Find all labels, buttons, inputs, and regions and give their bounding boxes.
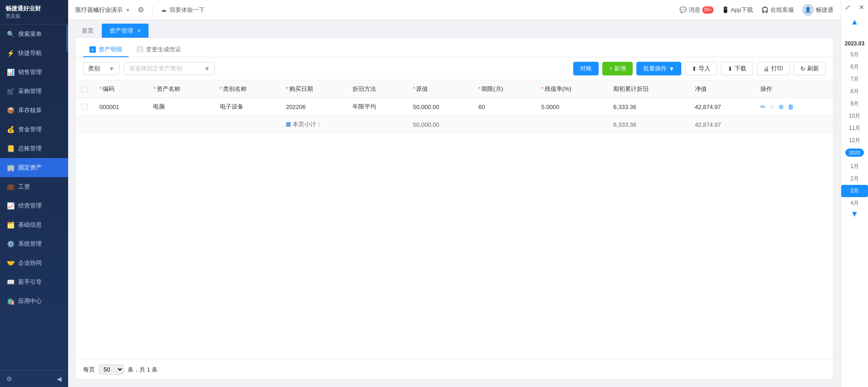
row-checkbox[interactable] (81, 104, 88, 110)
sidebar-label-payroll: 工资 (18, 183, 30, 191)
category-input[interactable]: 请选择固定资产类别 ▼ (124, 62, 215, 75)
sidebar-item-basic[interactable]: 🗂️ 基础信息 (0, 215, 68, 234)
table-row: 000001 电脑 电子设备 202206 年限平均 50,000.00 60 … (76, 98, 833, 116)
tab-home[interactable]: 首页 (75, 24, 100, 38)
select-all-checkbox[interactable] (81, 86, 88, 92)
scroll-up-icon[interactable]: ▲ (851, 17, 859, 27)
th-period: *期限(月) (473, 80, 536, 98)
experience-btn[interactable]: ☁ 我要体验一下 (161, 6, 205, 14)
month-1[interactable]: 1月 (841, 160, 868, 173)
toolbar-right: 对账 + 新增 批量操作 ▼ ⬆ 导入 ⬇ 下载 🖨 (573, 62, 826, 75)
sidebar-item-search[interactable]: 🔍 搜索菜单 (0, 25, 68, 44)
company-selector[interactable]: 医疗器械行业演示 ▼ (75, 6, 130, 14)
category-filter[interactable]: 类别 ▼ (83, 62, 119, 75)
panel-close-icon[interactable]: ✕ (859, 4, 864, 11)
th-residual-rate: *残值率(%) (536, 80, 608, 98)
messages-btn[interactable]: 💬 消息 99+ (680, 6, 714, 14)
current-year-months: 1月 2月 3月 4月 (841, 160, 868, 209)
print-btn[interactable]: 🖨 打印 (757, 62, 790, 75)
current-year-badge[interactable]: 2023 (845, 149, 863, 157)
sidebar-item-sales[interactable]: 📊 销售管理 (0, 63, 68, 82)
month-10[interactable]: 10月 (841, 110, 868, 122)
topbar: 医疗器械行业演示 ▼ ⚙ ☁ 我要体验一下 💬 消息 99+ 📱 App下载 🎧… (68, 0, 841, 20)
tab-assets[interactable]: 资产管理 × (102, 24, 149, 38)
sidebar-label-ledger: 总账管理 (18, 144, 42, 153)
panel-expand-icon[interactable]: ⤢ (845, 4, 850, 11)
cooperation-icon: 🤝 (6, 259, 15, 267)
month-6[interactable]: 6月 (841, 61, 868, 73)
sidebar-label-operations: 经营管理 (18, 202, 42, 210)
table-header-row: *编码 *资产名称 *类别名称 *购买日期 折旧方法 *原值 *期限(月) *残… (76, 80, 833, 98)
month-7[interactable]: 7月 (841, 73, 868, 85)
subtotal-text: 本页小计： (293, 120, 322, 129)
sidebar-item-payroll[interactable]: 💼 工资 (0, 177, 68, 196)
batch-arrow-icon: ▼ (669, 65, 675, 72)
sidebar-item-appstore[interactable]: 🛍️ 应用中心 (0, 292, 68, 311)
subtotal-net-value: 42,874.97 (689, 116, 755, 134)
online-service-btn[interactable]: 🎧 在线客服 (761, 6, 794, 14)
reconcile-btn[interactable]: 对账 (573, 62, 599, 75)
app-download-btn[interactable]: 📱 App下载 (722, 6, 753, 14)
sidebar-item-funds[interactable]: 💰 资金管理 (0, 120, 68, 139)
sidebar-label-purchase: 采购管理 (18, 87, 42, 95)
topbar-divider (152, 5, 153, 15)
th-name: *资产名称 (148, 80, 214, 98)
guide-icon: 📖 (6, 278, 15, 286)
collapse-icon[interactable]: ◀ (57, 375, 62, 382)
sidebar-label-guide: 新手引导 (18, 278, 42, 286)
print-label: 打印 (771, 64, 783, 73)
month-8[interactable]: 8月 (841, 85, 868, 98)
sidebar-label-search: 搜索菜单 (18, 30, 42, 38)
sidebar-item-ledger[interactable]: 📒 总账管理 (0, 139, 68, 158)
sub-tab-asset-detail-label: 资产明细 (99, 45, 122, 54)
sub-tab-asset-detail[interactable]: ≡ 资产明细 (83, 43, 129, 57)
sidebar-item-quicknav[interactable]: ⚡ 快捷导航 (0, 44, 68, 63)
pagination: 每页 50 10 20 100 条，共 1 条 (76, 359, 833, 379)
sidebar-item-operations[interactable]: 📈 经营管理 (0, 196, 68, 215)
sidebar-item-assets[interactable]: 🏢 固定资产 (0, 158, 68, 177)
month-3[interactable]: 3月 (841, 185, 868, 197)
month-5[interactable]: 5月 (841, 49, 868, 61)
sidebar-item-purchase[interactable]: 🛒 采购管理 (0, 82, 68, 101)
app-logo: 畅捷通好业财 普及版 (0, 0, 68, 25)
import-btn[interactable]: ⬆ 导入 (685, 62, 717, 75)
month-12[interactable]: 12月 (841, 134, 868, 147)
total-label: 条，共 1 条 (128, 366, 158, 374)
download-icon: ⬇ (728, 65, 733, 72)
refresh-btn[interactable]: ↻ 刷新 (794, 62, 826, 75)
month-4[interactable]: 4月 (841, 197, 868, 209)
month-11[interactable]: 11月 (841, 122, 868, 134)
row-residual-rate: 5.0000 (536, 98, 608, 116)
scroll-down-icon[interactable]: ▼ (851, 209, 859, 219)
user-avatar-btn[interactable]: 👤 畅捷通 (802, 4, 833, 16)
duplicate-btn[interactable]: ⊕ (779, 103, 784, 110)
download-btn[interactable]: ⬇ 下载 (721, 62, 753, 75)
new-btn[interactable]: + 新增 (602, 62, 633, 75)
sidebar-item-guide[interactable]: 📖 新手引导 (0, 273, 68, 292)
service-icon: 🎧 (761, 6, 769, 13)
sidebar-item-system[interactable]: ⚙️ 系统管理 (0, 234, 68, 253)
messages-badge: 99+ (702, 6, 714, 14)
category-filter-label: 类别 (88, 64, 100, 73)
table-container: *编码 *资产名称 *类别名称 *购买日期 折旧方法 *原值 *期限(月) *残… (76, 80, 833, 359)
month-9[interactable]: 9月 (841, 98, 868, 110)
sub-tabs: ≡ 资产明细 📄 变更生成凭证 (76, 38, 833, 57)
import-label: 导入 (699, 64, 710, 73)
sidebar-label-funds: 资金管理 (18, 125, 42, 134)
month-2[interactable]: 2月 (841, 173, 868, 185)
sidebar-item-cooperation[interactable]: 🤝 企业协同 (0, 253, 68, 273)
nav-icon: ⚡ (6, 50, 15, 57)
th-category: *类别名称 (214, 80, 281, 98)
delete-btn[interactable]: 🗑 (788, 103, 794, 110)
payroll-icon: 💼 (6, 183, 15, 190)
copy-btn[interactable]: ⊘ (769, 103, 775, 110)
company-dropdown-arrow: ▼ (125, 7, 130, 13)
batch-btn[interactable]: 批量操作 ▼ (636, 62, 681, 75)
page-size-select[interactable]: 50 10 20 100 (99, 364, 124, 375)
sidebar-item-inventory[interactable]: 📦 库存核算 (0, 101, 68, 120)
sub-tab-voucher[interactable]: 📄 变更生成凭证 (130, 43, 188, 57)
tab-close-icon[interactable]: × (138, 28, 141, 34)
edit-btn[interactable]: ✏ (760, 103, 766, 110)
settings-bottom-icon[interactable]: ⚙ (6, 375, 12, 382)
topbar-settings-icon[interactable]: ⚙ (138, 5, 144, 14)
